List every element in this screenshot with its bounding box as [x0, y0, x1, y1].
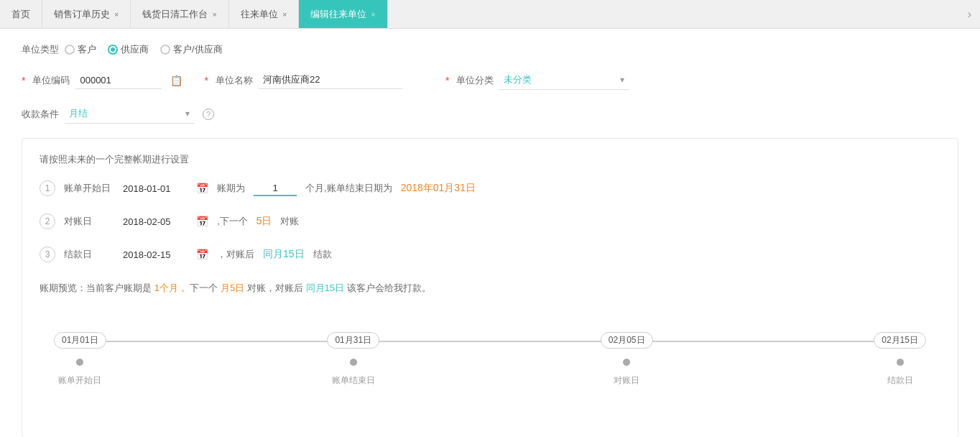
- timeline-label-recon: 对账日: [614, 374, 639, 387]
- name-required-star: *: [204, 75, 208, 86]
- payment-field: 收款条件 月结 ▾ ?: [22, 104, 214, 124]
- preview-row: 账期预览：当前客户账期是 1个月， 下一个 月5日 对账，对账后 同月15日 该…: [40, 280, 940, 296]
- radio-both-label: 客户/供应商: [173, 43, 223, 56]
- category-value: 未分类: [504, 73, 616, 86]
- preview-recon-suffix: 对账，对账后: [247, 282, 303, 293]
- step-2-label: 对账日: [64, 215, 114, 228]
- timeline-label-start: 账单开始日: [58, 374, 101, 387]
- timeline-tag-pay: 02月15日: [874, 332, 926, 349]
- category-dropdown[interactable]: 未分类 ▾: [499, 70, 629, 90]
- step-1-period-unit: 个月,账单结束日期为: [305, 182, 392, 195]
- step-row-3: 3 结款日 2018-02-15 📅 ，对账后 同月15日 结款: [40, 247, 940, 262]
- tab-more-icon[interactable]: ›: [959, 8, 980, 21]
- unit-type-label: 单位类型: [22, 43, 59, 56]
- name-field: * 单位名称: [204, 72, 402, 89]
- copy-icon[interactable]: 📋: [170, 75, 182, 86]
- preview-prefix: 账期预览：当前客户账期是: [40, 282, 152, 293]
- radio-customer-icon: [65, 45, 75, 55]
- tab-cash-close-icon[interactable]: ×: [212, 10, 216, 19]
- step-2-highlight: 5日: [256, 215, 272, 228]
- timeline-label-end: 账单结束日: [332, 374, 375, 387]
- timeline-dot-recon: [623, 359, 630, 366]
- tab-cash-work[interactable]: 钱货日清工作台 ×: [131, 0, 228, 28]
- preview-suffix: 该客户会给我打款。: [347, 282, 431, 293]
- radio-supplier-icon: [108, 45, 118, 55]
- name-label: 单位名称: [216, 74, 253, 87]
- tab-home-label: 首页: [11, 8, 30, 21]
- preview-month: 1个月，: [154, 282, 188, 293]
- step-2-calendar-icon[interactable]: 📅: [196, 216, 208, 227]
- payment-row: 收款条件 月结 ▾ ?: [22, 104, 958, 124]
- step-1-calendar-icon[interactable]: 📅: [196, 183, 208, 194]
- tab-partner[interactable]: 往来单位 ×: [229, 0, 299, 28]
- radio-both-icon: [160, 45, 170, 55]
- step-1-period-prefix: 账期为: [217, 182, 245, 195]
- step-row-1: 1 账单开始日 2018-01-01 📅 账期为 个月,账单结束日期为 2018…: [40, 180, 940, 196]
- step-2-desc-suffix: 对账: [280, 215, 299, 228]
- code-label: 单位编码: [32, 74, 70, 87]
- timeline-tag-recon: 02月05日: [601, 332, 653, 349]
- timeline-dot-pay: [897, 359, 904, 366]
- radio-both[interactable]: 客户/供应商: [160, 43, 223, 56]
- unit-type-radio-group: 客户 供应商 客户/供应商: [65, 43, 223, 56]
- preview-pay: 同月15日: [306, 282, 344, 293]
- main-content: 单位类型 客户 供应商 客户/供应商 * 单位编码: [0, 29, 980, 437]
- timeline-point-pay: 02月15日 结款日: [874, 332, 926, 387]
- payment-label: 收款条件: [22, 108, 59, 121]
- radio-supplier[interactable]: 供应商: [108, 43, 149, 56]
- radio-customer-label: 客户: [78, 43, 96, 56]
- tab-partner-close-icon[interactable]: ×: [282, 10, 287, 19]
- period-input[interactable]: [254, 181, 297, 196]
- name-input[interactable]: [259, 72, 402, 89]
- unit-type-row: 单位类型 客户 供应商 客户/供应商: [22, 43, 958, 56]
- tab-bar: 首页 销售订单历史 × 钱货日清工作台 × 往来单位 × 编辑往来单位 × ›: [0, 0, 980, 29]
- code-name-category-row: * 单位编码 📋 * 单位名称 * 单位分类 未分类 ▾: [22, 70, 958, 90]
- step-3-desc-prefix: ，对账后: [217, 248, 254, 261]
- timeline-label-pay: 结款日: [887, 374, 913, 387]
- step-3-num: 3: [40, 247, 55, 262]
- timeline-point-recon: 02月05日 对账日: [601, 332, 653, 387]
- payment-help-icon[interactable]: ?: [203, 109, 214, 120]
- step-2-num: 2: [40, 213, 55, 229]
- category-field: * 单位分类 未分类 ▾: [445, 70, 629, 90]
- step-1-date: 2018-01-01: [123, 183, 188, 194]
- tab-edit-partner-close-icon[interactable]: ×: [371, 10, 375, 19]
- payment-dropdown[interactable]: 月结 ▾: [65, 104, 194, 124]
- timeline-point-end: 01月31日 账单结束日: [327, 332, 379, 387]
- category-label: 单位分类: [456, 74, 494, 87]
- timeline-point-start: 01月01日 账单开始日: [54, 332, 106, 387]
- payment-value: 月结: [69, 107, 181, 120]
- step-1-num: 1: [40, 180, 55, 196]
- radio-customer[interactable]: 客户: [65, 43, 96, 56]
- radio-supplier-label: 供应商: [121, 43, 149, 56]
- tab-sales-label: 销售订单历史: [54, 8, 110, 21]
- timeline-tag-start: 01月01日: [54, 332, 106, 349]
- step-3-date: 2018-02-15: [123, 249, 188, 260]
- preview-recon-prefix: 下一个: [190, 282, 218, 293]
- code-required-star: *: [22, 75, 25, 86]
- tab-partner-label: 往来单位: [241, 8, 278, 21]
- section-title: 请按照未来的一个完整帐期进行设置: [40, 153, 940, 166]
- step-2-date: 2018-02-05: [123, 216, 188, 227]
- step-3-calendar-icon[interactable]: 📅: [196, 249, 208, 260]
- code-input[interactable]: [75, 72, 162, 89]
- timeline-dot-start: [76, 359, 83, 366]
- code-field: * 单位编码 📋: [22, 72, 182, 89]
- tab-sales-order-history[interactable]: 销售订单历史 ×: [42, 0, 131, 28]
- step-3-label: 结款日: [64, 248, 114, 261]
- step-1-label: 账单开始日: [64, 182, 114, 195]
- tab-edit-partner[interactable]: 编辑往来单位 ×: [299, 0, 387, 28]
- payment-dropdown-arrow-icon: ▾: [185, 109, 190, 119]
- timeline: 01月01日 账单开始日 01月31日 账单结束日 02月05日 对账日 02月…: [40, 310, 940, 423]
- step-1-period-end: 2018年01月31日: [401, 182, 476, 195]
- preview-recon: 月5日: [221, 282, 244, 293]
- step-3-highlight: 同月15日: [263, 248, 305, 261]
- timeline-tag-end: 01月31日: [327, 332, 379, 349]
- unit-type-field: 单位类型 客户 供应商 客户/供应商: [22, 43, 223, 56]
- period-section: 请按照未来的一个完整帐期进行设置 1 账单开始日 2018-01-01 📅 账期…: [22, 138, 958, 437]
- category-dropdown-arrow-icon: ▾: [620, 75, 624, 85]
- tab-home[interactable]: 首页: [0, 0, 42, 28]
- step-3-desc-suffix: 结款: [313, 248, 332, 261]
- tab-sales-close-icon[interactable]: ×: [114, 10, 119, 19]
- step-2-desc-prefix: ,下一个: [217, 215, 248, 228]
